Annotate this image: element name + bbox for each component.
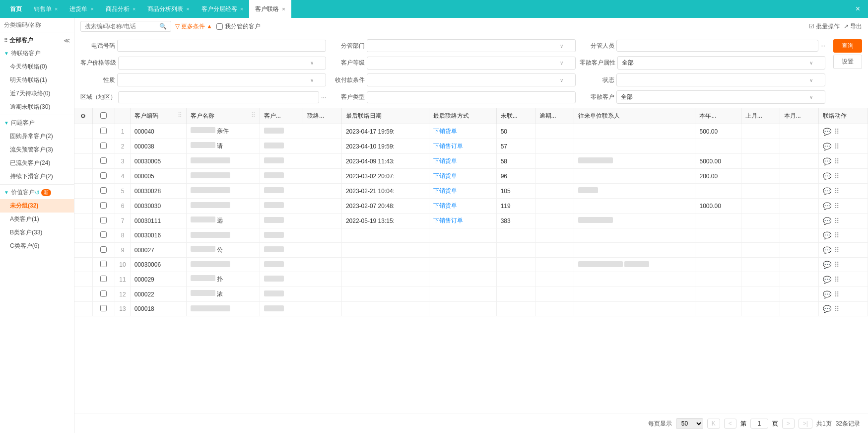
sidebar-group-pending[interactable]: ▼ 待联络客户 bbox=[0, 47, 74, 60]
col-resizer-name[interactable]: ⠿ bbox=[251, 112, 256, 119]
sidebar-item-lost[interactable]: 已流失客户(24) bbox=[0, 156, 74, 170]
phone-input[interactable] bbox=[117, 40, 326, 52]
nav-customer-contact[interactable]: 客户联络 × bbox=[249, 0, 291, 18]
collapse-icon[interactable]: ≪ bbox=[64, 37, 70, 44]
grid-action-icon[interactable]: ⠿ bbox=[834, 172, 839, 180]
grid-action-icon[interactable]: ⠿ bbox=[834, 290, 839, 298]
nav-product-analysis[interactable]: 商品分析 × bbox=[100, 0, 141, 18]
grid-action-icon[interactable]: ⠿ bbox=[834, 128, 839, 136]
grid-action-icon[interactable]: ⠿ bbox=[834, 143, 839, 150]
nav-home[interactable]: 首页 bbox=[4, 0, 28, 18]
customer-level-select[interactable]: ∨ bbox=[367, 57, 576, 70]
sidebar-group-problem[interactable]: ▼ 问题客户 bbox=[0, 116, 74, 130]
sidebar-item-today[interactable]: 今天待联络(0) bbox=[0, 60, 74, 73]
row-checkbox[interactable] bbox=[100, 246, 107, 253]
chat-icon[interactable]: 💬 bbox=[823, 128, 831, 136]
row-checkbox[interactable] bbox=[100, 290, 107, 297]
nav-customer-contact-close[interactable]: × bbox=[282, 6, 285, 12]
export-btn[interactable]: ↗ 导出 bbox=[844, 22, 862, 31]
manager-dots-icon[interactable]: ··· bbox=[820, 42, 825, 49]
contact-way-link[interactable]: 下销货单 bbox=[433, 157, 457, 164]
page-size-select[interactable]: 50 100 200 bbox=[676, 418, 703, 429]
nav-purchase[interactable]: 进货单 × bbox=[64, 0, 99, 18]
contact-way-link[interactable]: 下销货单 bbox=[433, 128, 457, 135]
row-checkbox[interactable] bbox=[100, 157, 107, 164]
prev-page-btn[interactable]: < bbox=[724, 419, 736, 429]
settings-column-header[interactable]: ⚙ bbox=[74, 108, 92, 124]
payment-select[interactable]: ∨ bbox=[367, 73, 576, 86]
grid-action-icon[interactable]: ⠿ bbox=[834, 246, 839, 254]
first-page-btn[interactable]: K bbox=[707, 419, 720, 429]
chat-icon[interactable]: 💬 bbox=[823, 246, 831, 254]
batch-op-btn[interactable]: ☑ 批量操作 bbox=[809, 22, 840, 31]
price-level-select[interactable]: ∨ bbox=[118, 57, 326, 70]
dept-select[interactable]: ∨ bbox=[367, 39, 576, 52]
code-column-header[interactable]: 客户编码 ⠿ bbox=[130, 108, 186, 124]
current-page-input[interactable] bbox=[750, 419, 768, 429]
query-button[interactable]: 查询 bbox=[833, 39, 862, 53]
sidebar-item-overdue[interactable]: 逾期未联络(30) bbox=[0, 100, 74, 114]
contact-way-link[interactable]: 下销货单 bbox=[433, 172, 457, 179]
chat-icon[interactable]: 💬 bbox=[823, 172, 831, 180]
sidebar-item-class-c[interactable]: C类客户(6) bbox=[0, 239, 74, 253]
chat-icon[interactable]: 💬 bbox=[823, 305, 831, 313]
select-all-checkbox[interactable] bbox=[100, 112, 107, 119]
sidebar-search-input[interactable] bbox=[4, 21, 74, 28]
grid-action-icon[interactable]: ⠿ bbox=[834, 231, 839, 239]
nav-sales-close[interactable]: × bbox=[55, 6, 58, 12]
nav-product-analysis-close[interactable]: × bbox=[133, 6, 135, 12]
chat-icon[interactable]: 💬 bbox=[823, 261, 831, 269]
grid-action-icon[interactable]: ⠿ bbox=[834, 276, 839, 284]
retail-attr-select[interactable]: 全部 ∨ bbox=[617, 56, 825, 70]
sidebar-group-value[interactable]: ▼ 价值客户 ↺ 新 bbox=[0, 186, 74, 199]
row-checkbox[interactable] bbox=[100, 305, 107, 311]
sidebar-item-tomorrow[interactable]: 明天待联络(1) bbox=[0, 73, 74, 87]
grid-action-icon[interactable]: ⠿ bbox=[834, 202, 839, 210]
sidebar-item-class-a[interactable]: A类客户(1) bbox=[0, 213, 74, 226]
sidebar-item-declining[interactable]: 持续下滑客户(2) bbox=[0, 170, 74, 183]
row-checkbox[interactable] bbox=[100, 202, 107, 209]
row-checkbox[interactable] bbox=[100, 172, 107, 179]
nav-sales[interactable]: 销售单 × bbox=[28, 0, 64, 18]
more-conditions-btn[interactable]: ▽ 更多条件 ▲ bbox=[175, 22, 212, 31]
my-customers-checkbox[interactable] bbox=[216, 23, 223, 30]
nav-customer-segment[interactable]: 客户分层经客 × bbox=[196, 0, 249, 18]
chat-icon[interactable]: 💬 bbox=[823, 276, 831, 284]
nav-product-analysis-list-close[interactable]: × bbox=[186, 6, 189, 12]
chat-icon[interactable]: 💬 bbox=[823, 157, 831, 165]
main-search-icon[interactable]: 🔍 bbox=[159, 23, 167, 30]
sidebar-item-7days[interactable]: 近7天待联络(0) bbox=[0, 87, 74, 100]
close-all-button[interactable]: × bbox=[852, 4, 864, 13]
sidebar-item-abnormal[interactable]: 固购异常客户(2) bbox=[0, 130, 74, 143]
chat-icon[interactable]: 💬 bbox=[823, 143, 831, 150]
last-page-btn[interactable]: >| bbox=[799, 419, 812, 429]
chat-icon[interactable]: 💬 bbox=[823, 202, 831, 210]
row-checkbox[interactable] bbox=[100, 187, 107, 194]
grid-action-icon[interactable]: ⠿ bbox=[834, 305, 839, 313]
my-customers-checkbox-label[interactable]: 我分管的客户 bbox=[216, 22, 261, 31]
grid-action-icon[interactable]: ⠿ bbox=[834, 217, 839, 225]
nav-product-analysis-list[interactable]: 商品分析列表 × bbox=[141, 0, 195, 18]
refresh-icon[interactable]: ↺ bbox=[35, 189, 40, 196]
retail-customer-select[interactable]: 全部 ∨ bbox=[616, 90, 825, 104]
row-checkbox[interactable] bbox=[100, 231, 107, 238]
grid-action-icon[interactable]: ⠿ bbox=[834, 187, 839, 195]
contact-way-link[interactable]: 下销售订单 bbox=[433, 143, 463, 149]
grid-action-icon[interactable]: ⠿ bbox=[834, 157, 839, 165]
row-checkbox[interactable] bbox=[100, 276, 107, 282]
sidebar-item-class-b[interactable]: B类客户(33) bbox=[0, 226, 74, 239]
region-dots-icon[interactable]: ··· bbox=[321, 94, 326, 101]
chat-icon[interactable]: 💬 bbox=[823, 217, 831, 225]
row-checkbox[interactable] bbox=[100, 261, 107, 267]
contact-way-link[interactable]: 下销售订单 bbox=[433, 217, 463, 224]
col-resizer-code[interactable]: ⠿ bbox=[178, 112, 182, 119]
chat-icon[interactable]: 💬 bbox=[823, 290, 831, 298]
grid-action-icon[interactable]: ⠿ bbox=[834, 261, 839, 269]
name-column-header[interactable]: 客户名称 ⠿ bbox=[186, 108, 260, 124]
customer-type-input[interactable] bbox=[367, 91, 576, 103]
chat-icon[interactable]: 💬 bbox=[823, 187, 831, 195]
chat-icon[interactable]: 💬 bbox=[823, 231, 831, 239]
nav-customer-segment-close[interactable]: × bbox=[240, 6, 243, 12]
next-page-btn[interactable]: > bbox=[782, 419, 795, 429]
status-select[interactable]: ∨ bbox=[616, 73, 825, 86]
